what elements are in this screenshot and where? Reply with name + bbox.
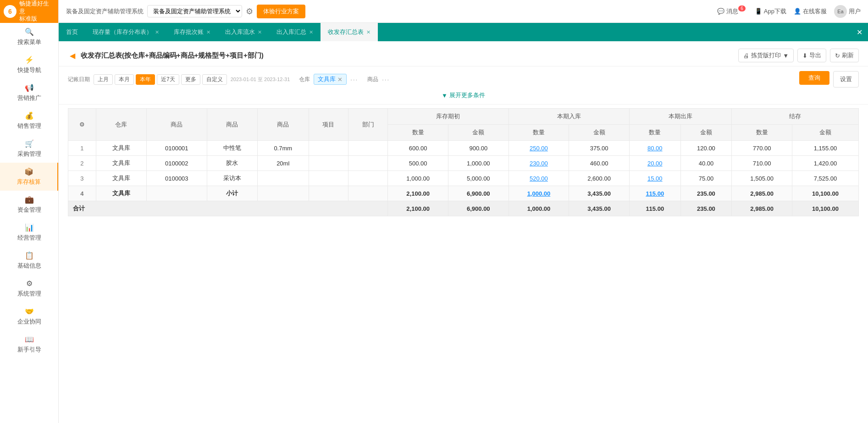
sidebar-item-quicknav[interactable]: ⚡ 快捷导航 (0, 51, 58, 79)
tab-close-inventory-dist[interactable]: ✕ (155, 29, 159, 35)
content-area: ◀ 收发存汇总表(按仓库+商品编码+商品+规格型号+项目+部门) 🖨 拣货版打印… (59, 41, 868, 423)
trial-btn[interactable]: 体验行业方案 (257, 5, 305, 18)
row-bal-qty: 1,505.00 (732, 171, 792, 186)
row-warehouse: 文具库 (96, 186, 146, 201)
purchase-icon: 🛒 (25, 139, 34, 148)
warehouse-tag-close[interactable]: ✕ (337, 76, 343, 83)
print-btn[interactable]: 🖨 拣货版打印 ▼ (738, 49, 794, 62)
out-qty-cell[interactable]: 80.00 (629, 141, 680, 156)
row-out-amt: 75.00 (680, 171, 732, 186)
th-code: 商品 (146, 109, 207, 141)
out-qty-cell[interactable]: 115.00 (629, 186, 680, 201)
table-row: 2 文具库 0100002 胶水 20ml 500.00 1,000.00 23… (68, 156, 859, 171)
tab-close-flow[interactable]: ✕ (258, 29, 262, 35)
tab-batch[interactable]: 库存批次账 ✕ (166, 23, 218, 41)
topbar: 装备及固定资产辅助管理系统 装备及固定资产辅助管理系统 ⚙ 体验行业方案 💬 消… (59, 0, 868, 23)
th-in-qty: 数量 (509, 125, 569, 141)
sales-icon: 💰 (25, 111, 34, 120)
messages-item[interactable]: 💬 消息 6 (717, 7, 747, 16)
row-open-qty: 600.00 (388, 141, 448, 156)
main-content: 装备及固定资产辅助管理系统 装备及固定资产辅助管理系统 ⚙ 体验行业方案 💬 消… (59, 0, 868, 423)
sidebar-item-enterprise[interactable]: 🤝 企业协同 (0, 302, 58, 330)
row-spec (257, 171, 309, 186)
settings-filter-btn[interactable]: 设置 (833, 71, 859, 88)
expand-down-icon: ▼ (442, 92, 448, 99)
filter-bar: 记账日期 上月 本月 本年 近7天 更多 自定义 2023-01-01 至 20… (59, 66, 868, 104)
export-icon: ⬇ (802, 52, 807, 59)
th-settings[interactable]: ⚙ (68, 109, 96, 141)
tab-inout-summary[interactable]: 出入库汇总 ✕ (269, 23, 321, 41)
row-out-amt: 40.00 (680, 156, 732, 171)
out-qty-cell[interactable]: 20.00 (629, 156, 680, 171)
row-in-amt: 375.00 (569, 141, 630, 156)
tab-close-batch[interactable]: ✕ (206, 29, 210, 35)
tab-recv-summary[interactable]: 收发存汇总表 ✕ (321, 23, 378, 41)
row-code: 0100003 (146, 171, 207, 186)
collapse-btn[interactable]: ◀ (68, 49, 77, 62)
user-item[interactable]: Ea 用户 (834, 5, 861, 18)
date-btn-7days[interactable]: 近7天 (157, 74, 179, 85)
refresh-btn[interactable]: ↻ 刷新 (830, 49, 859, 62)
app-download-item[interactable]: 📱 App下载 (755, 7, 786, 16)
warehouse-more-dots[interactable]: ··· (350, 76, 358, 83)
query-btn[interactable]: 查询 (799, 71, 829, 85)
row-open-qty: 1,000.00 (388, 171, 448, 186)
row-bal-amt: 1,155.00 (792, 141, 858, 156)
tab-flow[interactable]: 出入库流水 ✕ (218, 23, 269, 41)
total-bal-qty: 2,985.00 (732, 201, 792, 216)
enterprise-icon: 🤝 (25, 307, 34, 316)
date-buttons: 上月 本月 本年 近7天 更多 自定义 (94, 74, 227, 85)
sidebar-item-search[interactable]: 🔍 搜索菜单 (0, 23, 58, 51)
date-btn-custom[interactable]: 自定义 (202, 74, 227, 85)
export-btn[interactable]: ⬇ 导出 (797, 49, 826, 62)
th-balance: 结存 (732, 109, 859, 125)
tab-inventory-dist[interactable]: 现存量（库存分布表） ✕ (85, 23, 166, 41)
topbar-settings-icon[interactable]: ⚙ (246, 6, 253, 16)
th-open-qty: 数量 (388, 125, 448, 141)
th-name: 商品 (207, 109, 257, 141)
table-container: ⚙ 仓库 商品 商品 商品 项目 部门 库存期初 本期入库 本期出库 结存 (59, 108, 868, 225)
sidebar-item-basic[interactable]: 📋 基础信息 (0, 247, 58, 275)
system-dropdown[interactable]: 装备及固定资产辅助管理系统 (147, 5, 242, 17)
sidebar-item-guide[interactable]: 📖 新手引导 (0, 330, 58, 358)
in-qty-cell[interactable]: 1,000.00 (509, 186, 569, 201)
logo-text: 畅捷通好生意 标准版 (19, 0, 55, 23)
chevron-down-icon: ▼ (783, 52, 789, 59)
row-open-qty: 500.00 (388, 156, 448, 171)
page-title: 收发存汇总表(按仓库+商品编码+商品+规格型号+项目+部门) (81, 51, 264, 60)
date-range: 2023-01-01 至 2023-12-31 (231, 76, 290, 83)
in-qty-cell[interactable]: 520.00 (509, 171, 569, 186)
row-spec: 20ml (257, 156, 309, 171)
in-qty-cell[interactable]: 250.00 (509, 141, 569, 156)
tab-home[interactable]: 首页 (59, 23, 85, 41)
row-dept (348, 186, 387, 201)
date-btn-this-year[interactable]: 本年 (136, 74, 155, 85)
page: ◀ 收发存汇总表(按仓库+商品编码+商品+规格型号+项目+部门) 🖨 拣货版打印… (59, 41, 868, 423)
guide-icon: 📖 (25, 335, 34, 344)
row-num: 3 (68, 171, 96, 186)
expand-conditions-btn[interactable]: ▼ 展开更多条件 (442, 91, 485, 99)
sidebar-item-purchase[interactable]: 🛒 采购管理 (0, 135, 58, 163)
sidebar-item-system[interactable]: ⚙ 系统管理 (0, 275, 58, 302)
goods-more-dots[interactable]: ··· (382, 76, 390, 83)
row-spec: 0.7mm (257, 141, 309, 156)
th-warehouse: 仓库 (96, 109, 146, 141)
sidebar-item-finance[interactable]: 💼 资金管理 (0, 191, 58, 219)
date-btn-last-month[interactable]: 上月 (94, 74, 113, 85)
date-btn-more[interactable]: 更多 (181, 74, 200, 85)
row-project (309, 171, 348, 186)
date-btn-this-month[interactable]: 本月 (115, 74, 134, 85)
in-qty-cell[interactable]: 230.00 (509, 156, 569, 171)
sidebar-item-operations[interactable]: 📊 经营管理 (0, 219, 58, 247)
tabbar-close-btn[interactable]: ✕ (851, 28, 868, 37)
online-support-item[interactable]: 👤 在线客服 (794, 7, 827, 16)
tab-close-inout-summary[interactable]: ✕ (309, 29, 313, 35)
row-name: 采访本 (207, 171, 257, 186)
row-out-amt: 235.00 (680, 186, 732, 201)
date-label: 记账日期 (68, 76, 90, 83)
sidebar-item-sales[interactable]: 💰 销售管理 (0, 107, 58, 135)
out-qty-cell[interactable]: 15.00 (629, 171, 680, 186)
tab-close-recv-summary[interactable]: ✕ (366, 29, 370, 35)
sidebar-item-marketing[interactable]: 📢 营销推广 (0, 79, 58, 107)
sidebar-item-inventory[interactable]: 📦 库存核算 (0, 163, 58, 191)
